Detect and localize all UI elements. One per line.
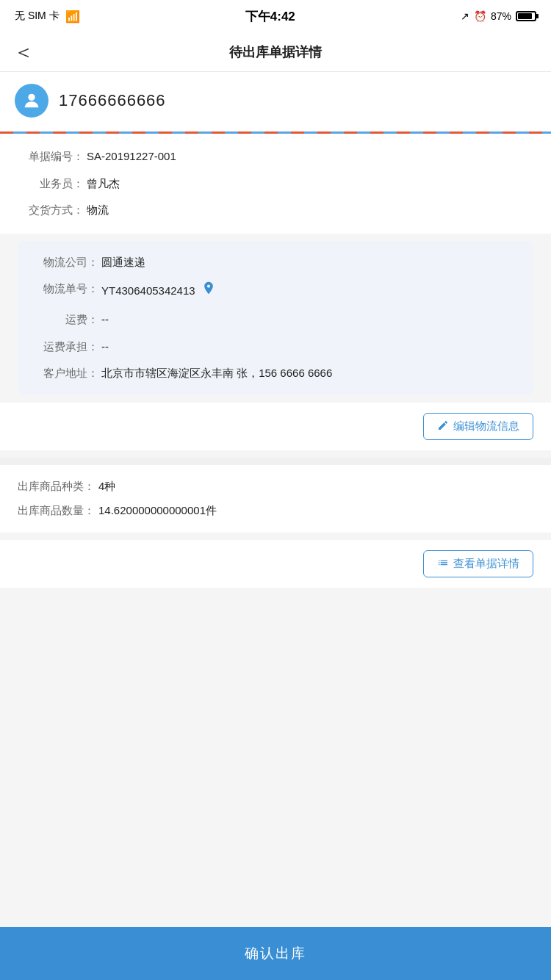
salesman-label: 业务员： xyxy=(18,176,84,192)
view-detail-button[interactable]: 查看单据详情 xyxy=(423,550,533,577)
logistics-company-value: 圆通速递 xyxy=(101,254,519,271)
nav-bar: ＜ 待出库单据详情 xyxy=(0,32,551,72)
alarm-icon: ⏰ xyxy=(474,10,486,22)
tracking-no-row: 物流单号： YT43064053424​13 xyxy=(32,281,519,301)
confirm-button[interactable]: 确认出库 xyxy=(0,927,551,980)
page-title: 待出库单据详情 xyxy=(229,43,322,61)
delivery-method-row: 交货方式： 物流 xyxy=(18,202,533,219)
address-label: 客户地址： xyxy=(32,365,98,382)
goods-type-label: 出库商品种类： xyxy=(18,480,98,494)
dashed-divider xyxy=(0,129,551,134)
confirm-label: 确认出库 xyxy=(245,944,306,963)
edit-logistics-button[interactable]: 编辑物流信息 xyxy=(423,413,533,440)
section-divider-1 xyxy=(0,458,551,465)
battery-icon xyxy=(516,11,536,21)
location-pin-icon[interactable] xyxy=(201,281,216,301)
delivery-method-label: 交货方式： xyxy=(18,202,84,219)
customer-header: 17666666666 xyxy=(0,72,551,129)
freight-bearer-value: -- xyxy=(101,339,519,356)
salesman-row: 业务员： 曾凡杰 xyxy=(18,176,533,192)
goods-type-value: 4种 xyxy=(98,480,115,494)
content-spacer xyxy=(0,595,551,742)
goods-quantity-value: 14.620000000000001件 xyxy=(98,504,217,518)
edit-icon xyxy=(437,419,449,433)
freight-value: -- xyxy=(101,311,519,328)
freight-label: 运费： xyxy=(32,311,98,328)
address-row: 客户地址： 北京市市辖区海淀区永丰南 张，156 6666 6666 xyxy=(32,365,519,382)
goods-quantity-row: 出库商品数量： 14.620000000000001件 xyxy=(18,504,533,518)
address-value: 北京市市辖区海淀区永丰南 张，156 6666 6666 xyxy=(101,365,519,382)
carrier-text: 无 SIM 卡 xyxy=(15,10,60,23)
edit-button-row: 编辑物流信息 xyxy=(0,403,551,450)
list-icon xyxy=(437,557,449,571)
content: 17666666666 单据编号： SA-20191227-001 业务员： 曾… xyxy=(0,72,551,808)
back-button[interactable]: ＜ xyxy=(13,38,34,66)
logistics-company-row: 物流公司： 圆通速递 xyxy=(32,254,519,271)
goods-type-row: 出库商品种类： 4种 xyxy=(18,480,533,494)
status-bar-left: 无 SIM 卡 📶 xyxy=(15,10,80,24)
back-icon: ＜ xyxy=(13,38,34,66)
avatar xyxy=(15,84,48,118)
order-info-section: 单据编号： SA-20191227-001 业务员： 曾凡杰 交货方式： 物流 xyxy=(0,134,551,234)
customer-phone: 17666666666 xyxy=(59,91,166,110)
battery-percent: 87% xyxy=(491,10,511,22)
goods-quantity-label: 出库商品数量： xyxy=(18,504,98,518)
delivery-method-value: 物流 xyxy=(87,202,533,219)
goods-section: 出库商品种类： 4种 出库商品数量： 14.620000000000001件 xyxy=(0,465,551,533)
tracking-no-text: YT43064053424​13 xyxy=(101,283,195,300)
status-bar-time: 下午4:42 xyxy=(245,8,295,25)
logistics-card: 物流公司： 圆通速递 物流单号： YT43064053424​13 运费： --… xyxy=(18,241,533,395)
status-bar-right: ↗ ⏰ 87% xyxy=(461,10,536,22)
tracking-no-label: 物流单号： xyxy=(32,281,98,298)
logistics-company-label: 物流公司： xyxy=(32,254,98,271)
view-detail-row: 查看单据详情 xyxy=(0,540,551,588)
edit-logistics-label: 编辑物流信息 xyxy=(453,419,519,433)
status-bar: 无 SIM 卡 📶 下午4:42 ↗ ⏰ 87% xyxy=(0,0,551,32)
freight-row: 运费： -- xyxy=(32,311,519,328)
location-icon: ↗ xyxy=(461,10,469,22)
svg-point-0 xyxy=(28,94,35,101)
salesman-value: 曾凡杰 xyxy=(87,176,533,192)
document-no-label: 单据编号： xyxy=(18,148,84,165)
document-no-value: SA-20191227-001 xyxy=(87,148,533,165)
freight-bearer-label: 运费承担： xyxy=(32,339,98,356)
wifi-icon: 📶 xyxy=(65,10,80,24)
freight-bearer-row: 运费承担： -- xyxy=(32,339,519,356)
document-no-row: 单据编号： SA-20191227-001 xyxy=(18,148,533,165)
tracking-no-value: YT43064053424​13 xyxy=(101,281,519,301)
view-detail-label: 查看单据详情 xyxy=(453,557,519,571)
person-icon xyxy=(21,90,42,111)
